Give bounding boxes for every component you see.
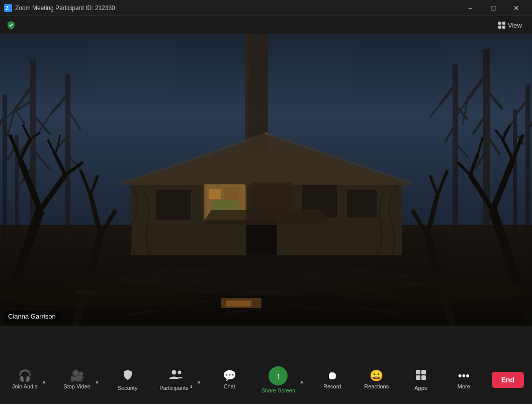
record-icon: ⏺ <box>327 370 338 381</box>
svg-point-100 <box>327 278 528 303</box>
apps-button[interactable]: Apps <box>406 367 436 393</box>
join-audio-chevron[interactable]: ▲ <box>42 376 47 384</box>
svg-rect-120 <box>421 375 426 380</box>
view-button[interactable]: View <box>494 19 526 31</box>
reactions-button[interactable]: 😀 Reactions <box>360 368 393 391</box>
svg-point-115 <box>171 370 176 375</box>
headphone-icon: 🎧 <box>18 370 32 381</box>
more-group: ••• More <box>449 368 479 391</box>
svg-rect-5 <box>502 26 505 29</box>
apps-group: Apps <box>406 367 436 393</box>
security-shield-icon <box>122 369 134 383</box>
video-scene <box>0 34 532 326</box>
participants-button[interactable]: Participants 1 <box>155 367 197 393</box>
security-group: Security <box>113 367 143 393</box>
stop-video-chevron[interactable]: ▲ <box>95 376 100 384</box>
svg-rect-114 <box>226 300 251 307</box>
participants-group: Participants 1 ▲ <box>155 367 202 393</box>
svg-rect-2 <box>498 22 501 25</box>
participants-icon <box>169 369 183 383</box>
svg-rect-119 <box>416 375 420 380</box>
more-button[interactable]: ••• More <box>449 368 479 391</box>
toolbar: 🎧 Join Audio ▲ 🎥 Stop Video ▲ Security <box>0 326 532 404</box>
participants-chevron[interactable]: ▲ <box>197 376 202 384</box>
chat-icon: 💬 <box>223 370 236 381</box>
view-icon <box>498 21 506 29</box>
titlebar-title: Zoom Meeting Participant ID: 212330 <box>15 5 115 12</box>
reactions-icon: 😀 <box>370 370 383 381</box>
svg-rect-38 <box>453 64 458 250</box>
close-button[interactable]: ✕ <box>505 0 528 16</box>
titlebar-controls: − □ ✕ <box>459 0 528 16</box>
svg-rect-56 <box>156 190 191 220</box>
shield-area <box>6 20 16 30</box>
svg-rect-47 <box>525 84 530 250</box>
maximize-button[interactable]: □ <box>482 0 505 16</box>
topbar: View <box>0 16 532 34</box>
share-screen-group: ↑ Share Screen ▲ <box>257 364 304 395</box>
video-background: Cianna Garrison <box>0 34 532 326</box>
share-screen-button[interactable]: ↑ Share Screen <box>257 364 299 395</box>
titlebar-left: Z Zoom Meeting Participant ID: 212330 <box>4 4 115 12</box>
join-audio-button[interactable]: 🎧 Join Audio <box>8 368 42 391</box>
join-audio-group: 🎧 Join Audio ▲ <box>8 368 47 391</box>
record-button[interactable]: ⏺ Record <box>317 368 347 391</box>
svg-rect-60 <box>347 190 377 218</box>
toolbar-buttons: 🎧 Join Audio ▲ 🎥 Stop Video ▲ Security <box>0 356 532 404</box>
titlebar: Z Zoom Meeting Participant ID: 212330 − … <box>0 0 532 16</box>
chat-group: 💬 Chat <box>214 368 244 391</box>
record-group: ⏺ Record <box>317 368 347 391</box>
svg-rect-65 <box>246 220 277 255</box>
svg-marker-66 <box>201 210 332 225</box>
video-area: Cianna Garrison <box>0 34 532 326</box>
end-button[interactable]: End <box>492 372 524 388</box>
more-icon: ••• <box>458 370 470 381</box>
minimize-button[interactable]: − <box>459 0 482 16</box>
security-button[interactable]: Security <box>113 367 143 393</box>
chat-button[interactable]: 💬 Chat <box>214 368 244 391</box>
shield-icon <box>6 20 16 30</box>
share-screen-chevron[interactable]: ▲ <box>299 376 304 384</box>
svg-rect-18 <box>65 74 70 250</box>
svg-rect-118 <box>421 370 426 374</box>
toolbar-spacer <box>0 326 532 356</box>
reactions-group: 😀 Reactions <box>360 368 393 391</box>
svg-point-99 <box>0 283 201 308</box>
camera-icon: 🎥 <box>70 370 84 381</box>
zoom-logo-icon: Z <box>4 4 12 12</box>
svg-rect-117 <box>416 370 420 374</box>
svg-rect-3 <box>502 22 505 25</box>
svg-rect-62 <box>209 189 221 199</box>
svg-text:Z: Z <box>6 6 9 11</box>
svg-point-116 <box>178 371 181 374</box>
svg-rect-4 <box>498 26 501 29</box>
apps-icon <box>415 369 427 383</box>
share-screen-icon: ↑ <box>269 366 288 385</box>
svg-rect-63 <box>224 187 239 200</box>
view-label: View <box>508 22 522 29</box>
participant-name-label: Cianna Garrison <box>4 311 60 322</box>
stop-video-button[interactable]: 🎥 Stop Video <box>59 368 95 391</box>
svg-rect-44 <box>513 110 517 250</box>
stop-video-group: 🎥 Stop Video ▲ <box>59 368 100 391</box>
